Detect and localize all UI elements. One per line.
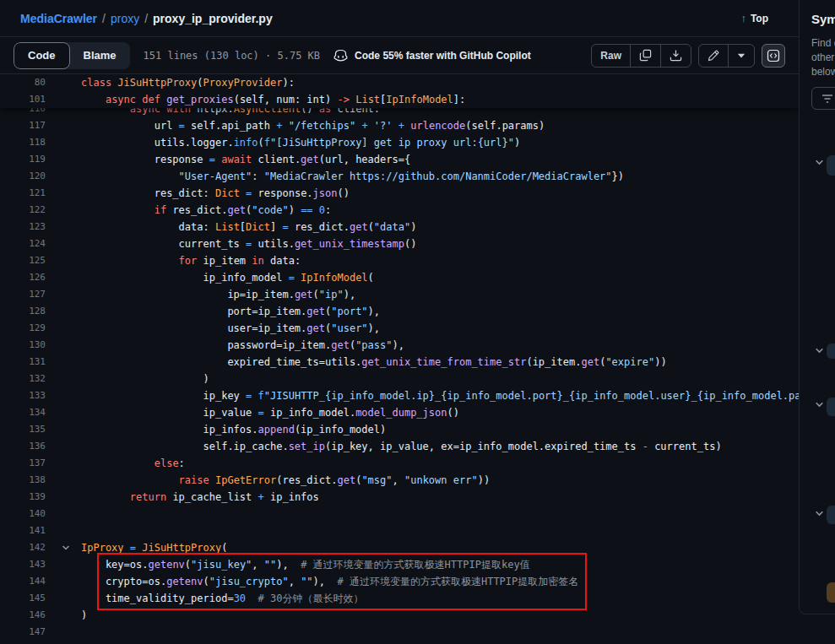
symbol-group-chevron-icon[interactable] — [814, 508, 825, 519]
code-token — [81, 94, 106, 106]
code-text: ) — [81, 607, 87, 624]
line-number[interactable]: 134 — [0, 404, 51, 421]
tab-blame[interactable]: Blame — [70, 42, 130, 69]
pencil-icon — [708, 50, 719, 62]
line-number[interactable]: 118 — [0, 134, 51, 151]
symbols-panel-description-line: below or in the code. — [811, 65, 835, 79]
line-number[interactable]: 146 — [0, 607, 51, 624]
line-number[interactable]: 130 — [0, 337, 51, 354]
code-token — [282, 120, 288, 132]
symbol-chip[interactable] — [827, 398, 835, 416]
code-line: 117 url = self.api_path + "/fetchips" + … — [0, 117, 799, 134]
line-number[interactable]: 132 — [0, 371, 51, 387]
code-token: "" — [264, 559, 276, 571]
symbol-group-chevron-icon[interactable] — [814, 399, 825, 410]
symbol-group-chevron-icon[interactable] — [814, 157, 825, 168]
line-number[interactable]: 123 — [0, 219, 51, 235]
code-token: (url, headers={ — [319, 154, 410, 165]
code-token — [81, 457, 155, 469]
line-number[interactable]: 147 — [0, 624, 51, 641]
code-text: async def get_proxies(self, num: int) ->… — [81, 91, 465, 108]
breadcrumb-dir-link[interactable]: proxy — [111, 12, 139, 25]
code-token: get — [337, 474, 355, 486]
code-token: # 30分钟（最长时效） — [258, 593, 364, 604]
code-token: () — [447, 407, 459, 419]
code-line: 146) — [0, 607, 799, 624]
line-number[interactable]: 125 — [0, 252, 51, 269]
line-number[interactable]: 124 — [0, 235, 51, 252]
code-token: (self.params) — [465, 120, 545, 132]
code-token: IpInfoModel — [301, 272, 367, 284]
code-token: "ip" — [319, 289, 344, 300]
code-token: "jisu_crypto" — [209, 576, 289, 587]
code-token: ( — [203, 576, 209, 587]
line-number[interactable]: 121 — [0, 185, 51, 202]
filter-symbols-button[interactable] — [811, 87, 835, 110]
line-number[interactable]: 120 — [0, 168, 51, 185]
download-button[interactable] — [660, 45, 691, 67]
symbol-chip[interactable] — [827, 506, 835, 524]
up-arrow-icon: ↑ — [740, 12, 746, 24]
line-number[interactable]: 141 — [0, 522, 51, 539]
code-line: 121 res_dict: Dict = response.json() — [0, 185, 799, 202]
code-token: JiSuHttpProxy — [117, 77, 197, 89]
line-number[interactable]: 136 — [0, 438, 51, 455]
line-number[interactable]: 139 — [0, 489, 51, 506]
raw-button[interactable]: Raw — [592, 45, 630, 67]
line-number[interactable]: 138 — [0, 472, 51, 489]
code-text: data: List[Dict] = res_dict.get("data") — [81, 219, 416, 235]
code-token — [81, 255, 179, 267]
symbol-chip[interactable] — [827, 582, 835, 603]
line-number[interactable]: 142 — [0, 539, 51, 556]
line-number[interactable]: 119 — [0, 151, 51, 168]
symbol-group-chevron-icon[interactable] — [814, 345, 825, 356]
code-token — [124, 542, 130, 554]
line-number[interactable]: 126 — [0, 269, 51, 286]
line-number[interactable]: 137 — [0, 455, 51, 472]
breadcrumb-repo-link[interactable]: MediaCrawler — [20, 12, 97, 25]
edit-button[interactable] — [699, 45, 728, 67]
code-token: info — [234, 137, 258, 149]
code-token: ), — [276, 559, 301, 571]
code-token: = — [258, 407, 264, 419]
line-number[interactable]: 143 — [0, 556, 51, 573]
code-token: await — [221, 154, 252, 165]
filter-icon — [821, 94, 833, 104]
line-number[interactable]: 129 — [0, 320, 51, 337]
line-number[interactable]: 140 — [0, 506, 51, 522]
code-token: self.ip_cache. — [81, 441, 289, 452]
line-number[interactable]: 122 — [0, 202, 51, 219]
line-number[interactable]: 135 — [0, 421, 51, 438]
line-number[interactable]: 133 — [0, 387, 51, 404]
line-number[interactable]: 101 — [0, 91, 51, 108]
chevron-slot — [51, 168, 81, 185]
code-line: 128 port=ip_item.get("port"), — [0, 303, 799, 320]
line-number[interactable]: 127 — [0, 286, 51, 303]
code-token — [368, 120, 374, 132]
tab-code[interactable]: Code — [14, 42, 70, 69]
line-number[interactable]: 128 — [0, 303, 51, 320]
symbol-chip[interactable] — [827, 344, 835, 359]
symbols-panel: Symbols Find definitions and references … — [799, 0, 835, 614]
back-to-top-link[interactable]: ↑ Top — [740, 12, 768, 24]
code-line: 134 ip_value = ip_info_model.model_dump_… — [0, 404, 799, 421]
code-token: f — [264, 137, 270, 149]
edit-dropdown-button[interactable] — [728, 45, 754, 67]
code-line: 135 ip_infos.append(ip_info_model) — [0, 421, 799, 438]
symbol-chip[interactable] — [827, 155, 835, 176]
line-number[interactable]: 144 — [0, 573, 51, 590]
code-text: return ip_cache_list + ip_infos — [81, 489, 319, 506]
copilot-banner[interactable]: Code 55% faster with GitHub Copilot — [333, 49, 531, 62]
line-number[interactable]: 131 — [0, 354, 51, 371]
code-token: def — [142, 94, 160, 106]
line-number[interactable]: 80 — [0, 74, 51, 91]
code-token: ip_info_model — [81, 272, 289, 284]
code-token: # 通过环境变量的方式获取极速HTTPIP提取key值 — [301, 559, 529, 571]
code-token: IpInfoModel — [386, 94, 453, 106]
symbols-pane-toggle-button[interactable] — [762, 44, 785, 68]
chevron-slot — [51, 74, 81, 91]
line-number[interactable]: 117 — [0, 117, 51, 134]
line-number[interactable]: 145 — [0, 590, 51, 607]
copy-button[interactable] — [630, 45, 660, 67]
collapse-chevron-icon[interactable] — [51, 539, 81, 556]
